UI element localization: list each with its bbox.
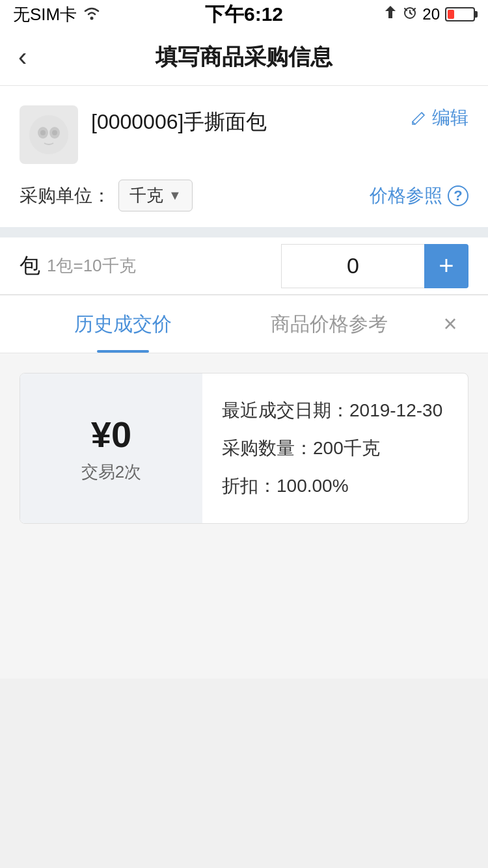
tab-history-price[interactable]: 历史成交价 bbox=[20, 295, 226, 353]
recent-date-value: 2019-12-30 bbox=[349, 400, 442, 420]
price-card-right: 最近成交日期：2019-12-30 采购数量：200千克 折扣：100.00% bbox=[202, 373, 468, 523]
close-panel-button[interactable]: × bbox=[432, 306, 468, 342]
price-recent-date-row: 最近成交日期：2019-12-30 bbox=[222, 397, 448, 424]
wifi-icon bbox=[82, 5, 102, 25]
tab-product-price-label: 商品价格参考 bbox=[271, 311, 388, 338]
svg-point-5 bbox=[40, 130, 46, 135]
price-discount-row: 折扣：100.00% bbox=[222, 472, 448, 500]
quantity-row: 包 1包=10千克 0 + bbox=[0, 237, 488, 295]
quantity-label: 包 1包=10千克 bbox=[20, 252, 136, 280]
product-header: [0000006]手撕面包 编辑 bbox=[20, 105, 468, 164]
unit-left: 采购单位： 千克 ▼ bbox=[20, 180, 193, 211]
quantity-input[interactable]: 0 bbox=[281, 244, 424, 288]
edit-button[interactable]: 编辑 bbox=[410, 105, 468, 130]
bottom-panel: 历史成交价 商品价格参考 × ¥0 交易2次 最近成交日期：2019-12-30… bbox=[0, 295, 488, 679]
discount-label: 折扣： bbox=[222, 476, 277, 496]
price-card-area: ¥0 交易2次 最近成交日期：2019-12-30 采购数量：200千克 折扣：… bbox=[0, 353, 488, 679]
tabs-row: 历史成交价 商品价格参考 × bbox=[0, 295, 488, 353]
purchase-qty-value: 200千克 bbox=[313, 438, 380, 458]
nav-bar: ‹ 填写商品采购信息 bbox=[0, 29, 488, 86]
status-right: 20 bbox=[383, 5, 475, 23]
product-section: [0000006]手撕面包 编辑 采购单位： 千克 ▼ 价格参照 ? bbox=[0, 86, 488, 227]
unit-selector[interactable]: 千克 ▼ bbox=[118, 180, 193, 211]
battery-icon bbox=[445, 7, 475, 21]
price-reference-button[interactable]: 价格参照 ? bbox=[370, 183, 468, 208]
quantity-plus-button[interactable]: + bbox=[424, 244, 468, 288]
product-left: [0000006]手撕面包 bbox=[20, 105, 267, 164]
svg-point-6 bbox=[52, 130, 57, 135]
price-card-left: ¥0 交易2次 bbox=[20, 373, 202, 523]
edit-label: 编辑 bbox=[432, 105, 468, 130]
price-card: ¥0 交易2次 最近成交日期：2019-12-30 采购数量：200千克 折扣：… bbox=[20, 373, 468, 524]
dropdown-arrow-icon: ▼ bbox=[169, 188, 182, 203]
svg-point-0 bbox=[90, 16, 94, 20]
unit-value: 千克 bbox=[129, 184, 163, 207]
purchase-qty-label: 采购数量： bbox=[222, 438, 313, 458]
tab-product-price-ref[interactable]: 商品价格参考 bbox=[226, 295, 432, 353]
location-icon bbox=[383, 5, 398, 23]
price-times: 交易2次 bbox=[81, 461, 141, 483]
svg-point-2 bbox=[29, 115, 68, 154]
edit-icon bbox=[410, 109, 428, 127]
time-label: 下午6:12 bbox=[205, 1, 283, 28]
alarm-icon bbox=[403, 5, 417, 23]
back-button[interactable]: ‹ bbox=[18, 42, 27, 72]
product-thumbnail bbox=[20, 105, 78, 164]
price-ref-help-icon: ? bbox=[448, 185, 468, 206]
price-amount: ¥0 bbox=[91, 413, 131, 455]
product-unit-row: 采购单位： 千克 ▼ 价格参照 ? bbox=[20, 180, 468, 211]
page-title: 填写商品采购信息 bbox=[156, 42, 332, 72]
product-name: [0000006]手撕面包 bbox=[91, 105, 267, 137]
section-divider bbox=[0, 227, 488, 237]
qty-unit-sub: 1包=10千克 bbox=[47, 254, 136, 277]
carrier-label: 无SIM卡 bbox=[13, 3, 77, 26]
status-bar: 无SIM卡 下午6:12 20 bbox=[0, 0, 488, 29]
discount-value: 100.00% bbox=[277, 476, 349, 496]
unit-label: 采购单位： bbox=[20, 183, 111, 208]
quantity-control: 0 + bbox=[281, 244, 468, 288]
qty-unit-main: 包 bbox=[20, 252, 40, 280]
recent-date-label: 最近成交日期： bbox=[222, 400, 349, 420]
price-ref-label: 价格参照 bbox=[370, 183, 442, 208]
price-purchase-qty-row: 采购数量：200千克 bbox=[222, 435, 448, 462]
status-left: 无SIM卡 bbox=[13, 3, 102, 26]
battery-percent: 20 bbox=[422, 5, 440, 23]
tab-history-label: 历史成交价 bbox=[74, 311, 172, 338]
